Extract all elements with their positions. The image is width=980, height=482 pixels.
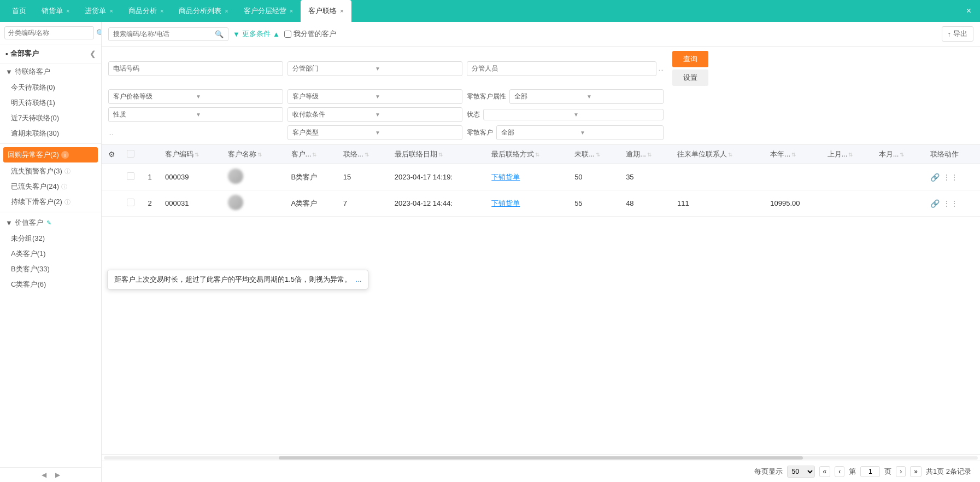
table-row: 1 000039 B类客户 1 [102,164,980,190]
page-size-select[interactable]: 50 100 200 [787,466,815,478]
nav-sales[interactable]: 销货单 × [34,0,77,22]
sidebar-item-7days[interactable]: 近7天待联络(0) [0,111,101,126]
page-number-input[interactable] [860,466,880,477]
td-checkbox[interactable] [121,164,140,190]
nav-customer-tier[interactable]: 客户分层经营 × [236,0,301,22]
th-checkbox[interactable] [121,145,140,164]
sidebar-item-churned[interactable]: 已流失客户(24) ⓘ [0,179,101,194]
tooltip-more-link[interactable]: ... [355,275,361,283]
action-contact-icon[interactable]: 🔗 [930,173,940,182]
settings-icon[interactable]: ⚙ [108,150,115,159]
top-nav: 首页 销货单 × 进货单 × 商品分析 × 商品分析列表 × 客户分层经营 × … [0,0,980,22]
row-checkbox[interactable] [127,172,134,180]
row-checkbox[interactable] [127,199,134,206]
td-contact: 15 [338,164,389,190]
th-this-month: 本月...⇅ [873,145,925,164]
export-button[interactable]: ↑ 导出 [942,26,974,42]
td-last-contact-method[interactable]: 下销货单 [486,190,569,217]
sort-icon[interactable]: ⇅ [791,152,796,158]
sort-icon[interactable]: ⇅ [728,152,732,158]
sidebar-item-declining[interactable]: 持续下滑客户(2) ⓘ [0,194,101,210]
th-type: 客户...⇅ [286,145,338,164]
th-contact-person: 往来单位联系人⇅ [672,145,765,164]
customer-avatar [228,195,243,210]
pending-group-title[interactable]: ▼ 待联络客户 [0,63,101,80]
sidebar-item-repurchase-anomaly[interactable]: 回购异常客户(2) i [3,147,98,162]
customer-value-group-title[interactable]: ▼ 价值客户 ✎ [0,214,101,231]
scroll-track[interactable] [104,456,978,460]
info-icon: ⓘ [61,183,67,191]
sort-icon[interactable]: ⇅ [438,152,443,158]
sort-icon[interactable]: ⇅ [647,152,652,158]
sort-icon[interactable]: ⇅ [195,152,199,158]
td-name [222,190,285,217]
th-settings[interactable]: ⚙ [102,145,121,164]
action-more-icon[interactable]: ⋮⋮ [943,173,958,182]
close-icon[interactable]: × [225,8,228,14]
sidebar-scroll-right[interactable]: ▶ [53,470,62,480]
sidebar-item-class-b[interactable]: B类客户(33) [0,262,101,277]
sort-icon[interactable]: ⇅ [900,152,904,158]
sidebar-search-input[interactable] [4,26,94,39]
collapse-icon[interactable]: ❮ [90,50,96,58]
select-all-checkbox[interactable] [127,150,134,158]
sidebar-item-overdue[interactable]: 逾期未联络(30) [0,126,101,141]
td-type: B类客户 [286,164,338,190]
query-button[interactable]: 查询 [672,51,708,67]
th-last-month: 上月...⇅ [822,145,873,164]
more-btn[interactable]: ... [108,130,113,136]
close-icon[interactable]: × [109,8,113,14]
td-overdue: 35 [620,164,672,190]
sidebar-item-tomorrow[interactable]: 明天待联络(1) [0,95,101,111]
sidebar-item-class-a[interactable]: A类客户(1) [0,246,101,262]
nav-customer-contact[interactable]: 客户联络 × [301,0,351,22]
settings-button[interactable]: 设置 [672,69,708,86]
close-icon[interactable]: × [66,8,69,14]
th-last-contact-date: 最后联络日期⇅ [389,145,486,164]
edit-icon[interactable]: ✎ [46,219,51,227]
sort-icon[interactable]: ⇅ [596,152,600,158]
sort-icon[interactable]: ⇅ [535,152,539,158]
phone-input[interactable] [142,65,278,72]
data-table-container[interactable]: ⚙ 客户编码⇅ 客户名称⇅ [102,145,980,454]
sidebar-search-icon[interactable]: 🔍 [96,29,102,37]
next-page-btn[interactable]: › [896,466,906,477]
nav-product-analysis-list[interactable]: 商品分析列表 × [171,0,236,22]
last-page-btn[interactable]: » [910,466,922,477]
sidebar-bottom-nav: ◀ ▶ [0,467,101,482]
sidebar-item-today[interactable]: 今天待联络(0) [0,80,101,95]
window-close-button[interactable]: × [962,6,976,16]
nav-product-analysis[interactable]: 商品分析 × [121,0,171,22]
gender-select: 性质 ▼ [108,107,283,122]
chevron-down-icon: ▼ [196,112,278,118]
horizontal-scrollbar[interactable] [102,454,980,461]
sort-icon[interactable]: ⇅ [848,152,853,158]
nav-home[interactable]: 首页 [4,0,34,22]
sidebar-scroll-left[interactable]: ◀ [39,470,49,480]
action-more-icon[interactable]: ⋮⋮ [943,199,958,208]
search-input[interactable] [113,30,215,38]
sidebar-item-churn-warning[interactable]: 流失预警客户(3) ⓘ [0,164,101,179]
nav-purchase[interactable]: 进货单 × [77,0,120,22]
sort-icon[interactable]: ⇅ [312,152,316,158]
first-page-btn[interactable]: « [819,466,831,477]
td-last-contact-method[interactable]: 下销货单 [486,164,569,190]
scroll-thumb[interactable] [279,456,803,460]
close-icon[interactable]: × [160,8,163,14]
sidebar-item-ungrouped[interactable]: 未分组(32) [0,231,101,246]
td-checkbox[interactable] [121,190,140,217]
close-icon[interactable]: × [340,8,343,14]
content-area: 🔍 ▼ 更多条件 ▲ 我分管的客户 ↑ 导出 电话号码 [102,22,980,482]
search-icon[interactable]: 🔍 [215,30,224,38]
sort-icon[interactable]: ⇅ [365,152,369,158]
prev-page-btn[interactable]: ‹ [835,466,844,477]
more-icon[interactable]: ... [659,65,664,72]
sort-icon[interactable]: ⇅ [257,152,262,158]
my-customers-checkbox[interactable] [284,31,291,38]
action-contact-icon[interactable]: 🔗 [930,199,940,208]
sidebar-item-class-c[interactable]: C类客户(6) [0,277,101,292]
phone-field: 电话号码 [108,61,283,76]
close-icon[interactable]: × [290,8,293,14]
customer-avatar [228,169,243,184]
more-conditions-btn[interactable]: ▼ 更多条件 ▲ [233,29,280,39]
